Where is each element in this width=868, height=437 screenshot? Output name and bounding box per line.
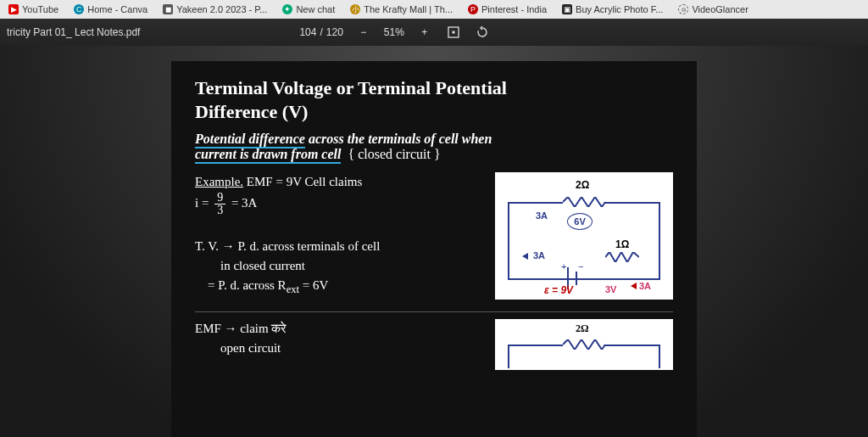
label-current-top: 3A: [536, 210, 548, 221]
label-r-ext: 2Ω: [576, 322, 589, 335]
tab-pinterest[interactable]: P Pinterest - India: [463, 3, 552, 16]
fraction: 9 3: [214, 192, 225, 216]
tab-label: VideoGlancer: [692, 4, 748, 14]
tab-canva[interactable]: C Home - Canva: [69, 3, 153, 16]
rotate-icon: [476, 25, 489, 39]
arrow-left-icon: [522, 253, 528, 260]
browser-tab-strip: ▶ YouTube C Home - Canva ◼ Yakeen 2.0 20…: [0, 0, 868, 19]
zoom-level: 51%: [384, 26, 404, 38]
slide: Terminal Voltage or Terminal Potential D…: [171, 61, 697, 437]
photo-icon: ▣: [562, 4, 572, 14]
label-v-int: 3V: [605, 284, 616, 294]
tab-label: Pinterest - India: [481, 4, 547, 14]
tab-label: The Krafty Mall | Th...: [364, 4, 453, 14]
youtube-icon: ▶: [8, 4, 19, 14]
circuit-diagram-open: 2Ω: [495, 319, 673, 370]
resistor-icon: [563, 197, 605, 207]
pinterest-icon: P: [468, 4, 478, 14]
label-voltage-ext: 6V: [567, 213, 593, 230]
yakeen-icon: ◼: [163, 4, 173, 14]
fit-page-button[interactable]: [445, 24, 462, 41]
canva-icon: C: [74, 4, 84, 14]
tab-youtube[interactable]: ▶ YouTube: [3, 3, 64, 16]
pdf-page-area[interactable]: Terminal Voltage or Terminal Potential D…: [0, 46, 868, 437]
circuit-diagram-closed: 2Ω 3A 6V 1Ω 3A + − ε = 9V 3: [495, 172, 673, 300]
zoom-out-button[interactable]: −: [355, 24, 372, 41]
tab-label: Home - Canva: [87, 4, 147, 14]
tab-acrylic[interactable]: ▣ Buy Acrylic Photo F...: [557, 3, 668, 16]
resistor-icon: [605, 252, 639, 262]
page-indicator: 104 / 120: [299, 26, 342, 38]
example-block: Example. EMF = 9V Cell claims i = 9 3 = …: [195, 172, 673, 300]
arrow-left-icon: [631, 283, 637, 289]
label-r-ext: 2Ω: [576, 179, 589, 191]
page-current: 104: [299, 26, 316, 38]
pdf-toolbar: tricity Part 01_ Lect Notes.pdf 104 / 12…: [0, 19, 868, 46]
tab-videoglancer[interactable]: ⌾ VideoGlancer: [673, 3, 753, 16]
tab-label: Buy Acrylic Photo F...: [576, 4, 663, 14]
label-r-int: 1Ω: [615, 238, 629, 250]
tab-yakeen[interactable]: ◼ Yakeen 2.0 2023 - P...: [158, 3, 272, 16]
fit-page-icon: [447, 25, 460, 39]
tab-label: New chat: [296, 4, 335, 14]
definition-text: Potential difference across the terminal…: [195, 132, 673, 162]
tab-kraftymall[interactable]: 小 The Krafty Mall | Th...: [345, 3, 458, 16]
videoglancer-icon: ⌾: [678, 4, 688, 14]
open-circuit-block: EMF → claim करे open circuit 2Ω: [195, 319, 673, 370]
svg-rect-1: [452, 31, 454, 34]
page-title: Terminal Voltage or Terminal Potential D…: [195, 76, 673, 123]
label-current-left: 3A: [533, 250, 545, 261]
label-current-bot: 3A: [639, 281, 651, 291]
resistor-icon: [563, 339, 605, 350]
zoom-in-button[interactable]: +: [416, 24, 433, 41]
pdf-filename: tricity Part 01_ Lect Notes.pdf: [7, 26, 140, 38]
example-working: Example. EMF = 9V Cell claims i = 9 3 = …: [195, 172, 480, 298]
divider: [195, 311, 673, 312]
tab-label: Yakeen 2.0 2023 - P...: [176, 4, 267, 14]
label-emf: ε = 9V: [544, 284, 573, 296]
tab-label: YouTube: [22, 4, 58, 14]
chat-icon: ✦: [282, 4, 292, 14]
tab-newchat[interactable]: ✦ New chat: [277, 3, 340, 16]
mall-icon: 小: [350, 4, 360, 14]
page-total: 120: [326, 26, 343, 38]
rotate-button[interactable]: [474, 24, 491, 41]
